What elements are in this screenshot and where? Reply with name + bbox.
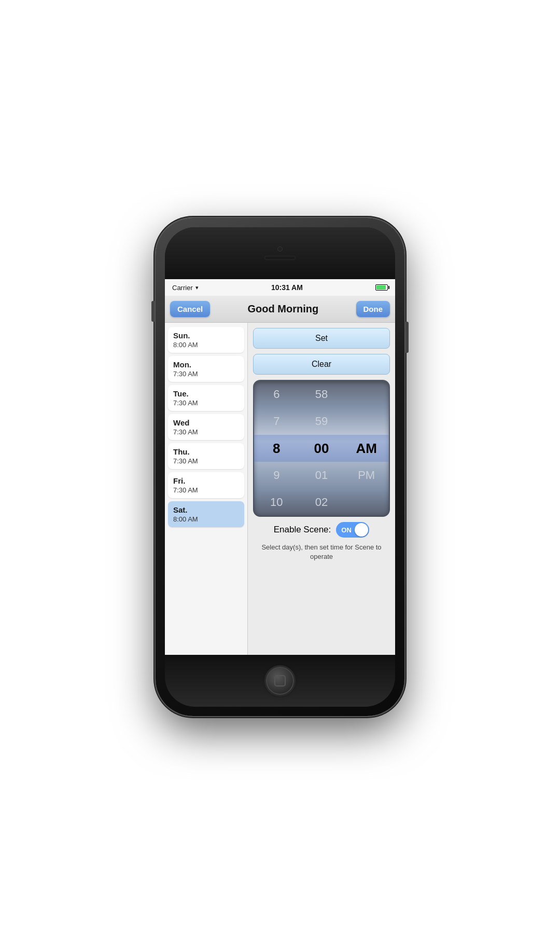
picker-min-02[interactable]: 02 [299,489,344,516]
day-item-tue[interactable]: Tue. 7:30 AM [168,385,244,411]
home-button-inner [274,675,286,686]
enable-scene-row: Enable Scene: ON [253,522,390,538]
day-item-fri[interactable]: Fri. 7:30 AM [168,472,244,498]
bottom-bezel [165,655,395,707]
time-picker[interactable]: 6 7 8 9 10 58 59 00 01 [253,380,390,517]
toggle-on-text: ON [341,526,352,534]
battery-fill [376,285,386,290]
picker-min-01[interactable]: 01 [299,462,344,489]
status-time: 10:31 AM [271,283,303,292]
day-time-thu: 7:30 AM [173,457,239,465]
done-button[interactable]: Done [356,301,390,317]
carrier-label: Carrier ▾ [172,284,199,292]
camera [277,246,283,252]
day-item-mon[interactable]: Mon. 7:30 AM [168,356,244,382]
day-item-sat[interactable]: Sat. 8:00 AM [168,501,244,527]
screen: Carrier ▾ 10:31 AM Cancel Good Morning D… [165,279,395,655]
day-name-tue: Tue. [173,389,239,398]
picker-min-00[interactable]: 00 [299,435,344,462]
picker-hours-col: 6 7 8 9 10 [254,381,299,516]
toggle-knob [355,523,368,537]
wifi-icon: ▾ [195,284,199,291]
picker-ampm-am[interactable]: AM [344,435,389,462]
nav-bar: Cancel Good Morning Done [165,296,395,323]
day-item-wed[interactable]: Wed 7:30 AM [168,414,244,440]
picker-min-58[interactable]: 58 [299,381,344,408]
phone-inner: Carrier ▾ 10:31 AM Cancel Good Morning D… [165,227,395,707]
home-button[interactable] [266,667,294,695]
page-title: Good Morning [248,303,319,315]
day-time-tue: 7:30 AM [173,399,239,407]
enable-scene-label: Enable Scene: [274,525,331,535]
day-name-sat: Sat. [173,505,239,514]
right-panel: Set Clear 6 7 8 9 10 [248,323,395,655]
picker-min-59[interactable]: 59 [299,408,344,435]
day-name-mon: Mon. [173,360,239,369]
picker-grid: 6 7 8 9 10 58 59 00 01 [254,381,389,516]
speaker [264,256,296,260]
day-item-sun[interactable]: Sun. 8:00 AM [168,327,244,353]
day-list: Sun. 8:00 AM Mon. 7:30 AM Tue. 7:30 AM W… [165,323,248,655]
cancel-button[interactable]: Cancel [170,301,210,317]
day-time-sun: 8:00 AM [173,341,239,349]
set-button[interactable]: Set [253,328,390,349]
status-right [375,284,388,291]
picker-ampm-empty2 [344,408,389,435]
status-bar: Carrier ▾ 10:31 AM [165,279,395,296]
top-bezel [165,227,395,279]
hint-text: Select day(s), then set time for Scene t… [253,543,390,561]
day-time-wed: 7:30 AM [173,428,239,436]
day-time-mon: 7:30 AM [173,370,239,378]
main-content: Sun. 8:00 AM Mon. 7:30 AM Tue. 7:30 AM W… [165,323,395,655]
picker-ampm-col: AM PM [344,381,389,516]
picker-minutes-col: 58 59 00 01 02 [299,381,344,516]
clear-button[interactable]: Clear [253,354,390,375]
day-time-fri: 7:30 AM [173,486,239,494]
enable-scene-toggle[interactable]: ON [336,522,369,538]
picker-ampm-pm[interactable]: PM [344,462,389,489]
picker-hour-6[interactable]: 6 [254,381,299,408]
day-name-wed: Wed [173,418,239,427]
day-item-thu[interactable]: Thu. 7:30 AM [168,443,244,469]
day-name-thu: Thu. [173,447,239,456]
picker-hour-7[interactable]: 7 [254,408,299,435]
picker-ampm-empty1 [344,381,389,408]
carrier-text: Carrier [172,284,193,292]
phone-device: Carrier ▾ 10:31 AM Cancel Good Morning D… [156,218,404,716]
picker-hour-10[interactable]: 10 [254,489,299,516]
day-name-fri: Fri. [173,476,239,485]
picker-ampm-empty3 [344,489,389,516]
picker-hour-9[interactable]: 9 [254,462,299,489]
picker-hour-8[interactable]: 8 [254,435,299,462]
day-time-sat: 8:00 AM [173,515,239,523]
day-name-sun: Sun. [173,331,239,340]
battery-indicator [375,284,388,291]
